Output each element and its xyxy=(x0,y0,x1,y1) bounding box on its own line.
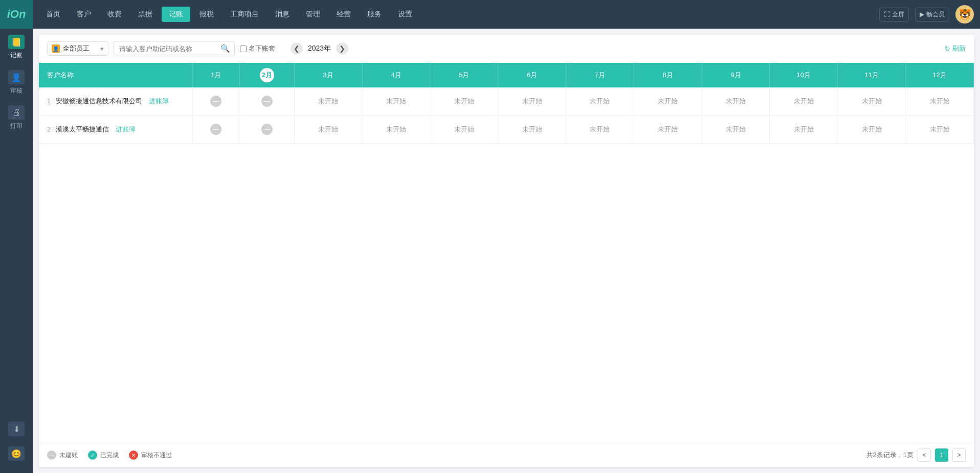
search-button[interactable]: 🔍 xyxy=(216,41,234,56)
next-year-button[interactable]: ❯ xyxy=(336,42,348,55)
toolbar: 👤 全部员工 ▾ 🔍 名下账套 ❮ 2023年 ❯ xyxy=(39,35,974,63)
nav-message[interactable]: 消息 xyxy=(268,7,297,22)
refresh-button[interactable]: ↻ 刷新 xyxy=(945,44,966,53)
nav-bookkeeping[interactable]: 记账 xyxy=(162,7,190,22)
employee-label: 全部员工 xyxy=(63,44,90,53)
refresh-label: 刷新 xyxy=(952,44,966,53)
cell-month-7: 未开始 xyxy=(566,87,634,116)
nav-settings[interactable]: 设置 xyxy=(391,7,419,22)
year-nav: ❮ 2023年 ❯ xyxy=(291,42,348,55)
nav-home[interactable]: 首页 xyxy=(39,7,68,22)
employee-select[interactable]: 👤 全部员工 ▾ xyxy=(47,41,108,56)
sidebar-item-audit[interactable]: 👤 审核 xyxy=(0,64,33,99)
cell-month-5: 未开始 xyxy=(430,116,498,144)
fullscreen-button[interactable]: ⛶ 全屏 xyxy=(879,8,909,21)
audit-icon: 👤 xyxy=(8,70,25,84)
pagination: 共2条记录，1页 < 1 > xyxy=(866,448,966,462)
col-header-jul: 7月 xyxy=(566,63,634,87)
topnav: 首页 客户 收费 票据 记账 报税 工商项目 消息 管理 经营 服务 设置 ⛶ … xyxy=(33,0,980,29)
sidebar-bottom: ⬇ 😊 xyxy=(8,416,25,473)
cell-month-3: 未开始 xyxy=(294,116,362,144)
play-icon: ▶ xyxy=(920,11,924,18)
cell-month-2: — xyxy=(240,116,295,144)
my-accounts-checkbox-label[interactable]: 名下账套 xyxy=(240,44,275,53)
sidebar-item-download[interactable]: ⬇ xyxy=(8,416,25,440)
sidebar: iOn 📒 记账 👤 审核 🖨 打印 ⬇ 😊 xyxy=(0,0,33,473)
sidebar-item-bookkeeping[interactable]: 📒 记账 xyxy=(0,29,33,64)
nav-tax[interactable]: 报税 xyxy=(192,7,221,22)
cell-month-8: 未开始 xyxy=(634,87,702,116)
cell-month-11: 未开始 xyxy=(838,116,906,144)
cell-month-10: 未开始 xyxy=(770,116,838,144)
vip-button[interactable]: ▶ 畅会员 xyxy=(915,8,949,21)
nav-operation[interactable]: 经营 xyxy=(329,7,358,22)
legend-dot-red: ✕ xyxy=(129,451,138,460)
dropdown-arrow: ▾ xyxy=(100,45,104,53)
active-month-circle: 2月 xyxy=(260,68,274,82)
col-header-dec: 12月 xyxy=(906,63,974,87)
col-header-apr: 4月 xyxy=(362,63,430,87)
enter-ledger-link[interactable]: 进账簿 xyxy=(116,125,136,133)
client-name-text: 漠澳太平畅捷通信 xyxy=(56,125,109,133)
cell-month-10: 未开始 xyxy=(770,87,838,116)
nav-billing[interactable]: 收费 xyxy=(100,7,129,22)
col-header-aug: 8月 xyxy=(634,63,702,87)
cell-month-6: 未开始 xyxy=(498,116,566,144)
table-row: 1 安徽畅捷通信息技术有限公司 进账簿——未开始未开始未开始未开始未开始未开始未… xyxy=(39,87,974,116)
sidebar-item-print[interactable]: 🖨 打印 xyxy=(0,99,33,134)
nav-service[interactable]: 服务 xyxy=(360,7,389,22)
search-input[interactable] xyxy=(114,42,216,55)
col-header-feb: 2月 xyxy=(240,63,295,87)
cell-month-1: — xyxy=(192,116,240,144)
legend-dot-teal: ✓ xyxy=(88,451,97,460)
col-header-mar: 3月 xyxy=(294,63,362,87)
sidebar-item-support[interactable]: 😊 xyxy=(8,440,25,465)
status-dot-not-built: — xyxy=(261,96,273,107)
row-number: 2 xyxy=(47,125,51,133)
main-table: 客户名称 1月 2月 3月 4月 xyxy=(39,63,974,144)
nav-client[interactable]: 客户 xyxy=(70,7,98,22)
cell-month-6: 未开始 xyxy=(498,87,566,116)
legend-not-built: — 未建账 xyxy=(47,451,78,460)
prev-year-button[interactable]: ❮ xyxy=(291,42,303,55)
search-input-wrap: 🔍 xyxy=(114,41,235,56)
cell-month-4: 未开始 xyxy=(362,87,430,116)
col-header-jan: 1月 xyxy=(192,63,240,87)
cell-month-9: 未开始 xyxy=(702,87,770,116)
col-header-sep: 9月 xyxy=(702,63,770,87)
legend-rejected: ✕ 审核不通过 xyxy=(129,451,172,460)
current-page-button[interactable]: 1 xyxy=(935,448,948,462)
table-wrap: 客户名称 1月 2月 3月 4月 xyxy=(39,63,974,443)
legend-completed: ✓ 已完成 xyxy=(88,451,119,460)
fullscreen-icon: ⛶ xyxy=(884,11,890,18)
total-text: 共2条记录，1页 xyxy=(866,451,914,460)
nav-invoice[interactable]: 票据 xyxy=(131,7,160,22)
my-accounts-checkbox[interactable] xyxy=(240,46,247,52)
enter-ledger-link[interactable]: 进账簿 xyxy=(149,97,169,105)
nav-manage[interactable]: 管理 xyxy=(299,7,327,22)
next-page-button[interactable]: > xyxy=(952,448,966,462)
topnav-right: ⛶ 全屏 ▶ 畅会员 🐯 xyxy=(879,5,974,24)
cell-month-5: 未开始 xyxy=(430,87,498,116)
footer: — 未建账 ✓ 已完成 ✕ 审核不通过 共2条记录，1页 < 1 > xyxy=(39,443,974,467)
client-name-text: 安徽畅捷通信息技术有限公司 xyxy=(56,97,142,105)
cell-month-1: — xyxy=(192,87,240,116)
prev-page-button[interactable]: < xyxy=(918,448,931,462)
content-inner: 👤 全部员工 ▾ 🔍 名下账套 ❮ 2023年 ❯ xyxy=(39,35,974,467)
status-dot-not-built: — xyxy=(210,96,221,107)
cell-month-3: 未开始 xyxy=(294,87,362,116)
fullscreen-label: 全屏 xyxy=(892,10,904,19)
cell-client-name: 2 漠澳太平畅捷通信 进账簿 xyxy=(39,116,192,144)
row-number: 1 xyxy=(47,97,51,105)
avatar[interactable]: 🐯 xyxy=(955,5,974,24)
legend-label-completed: 已完成 xyxy=(100,451,119,460)
table-row: 2 漠澳太平畅捷通信 进账簿——未开始未开始未开始未开始未开始未开始未开始未开始… xyxy=(39,116,974,144)
sidebar-item-label-bookkeeping: 记账 xyxy=(10,51,23,60)
sidebar-item-label-audit: 审核 xyxy=(10,86,23,95)
support-icon: 😊 xyxy=(8,446,25,461)
nav-business[interactable]: 工商项目 xyxy=(223,7,266,22)
table-header-row: 客户名称 1月 2月 3月 4月 xyxy=(39,63,974,87)
cell-month-4: 未开始 xyxy=(362,116,430,144)
cell-month-9: 未开始 xyxy=(702,116,770,144)
sidebar-logo: iOn xyxy=(0,0,33,29)
